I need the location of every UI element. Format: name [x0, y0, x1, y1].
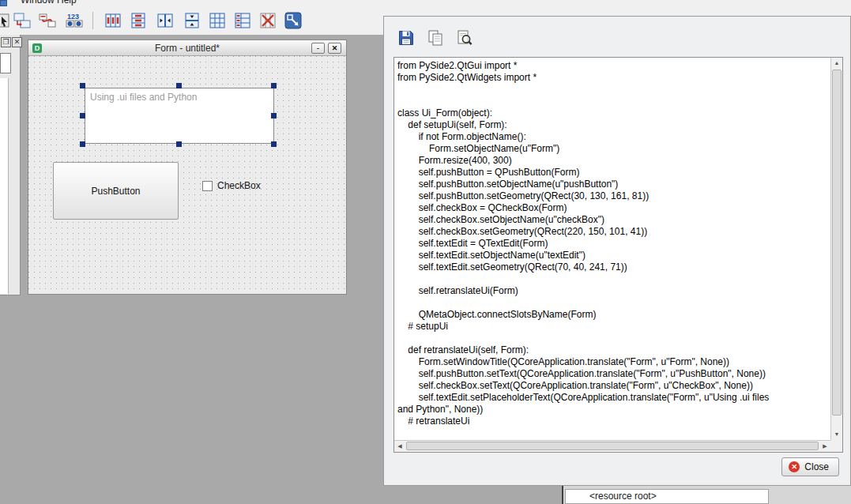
code-line: self.pushButton.setObjectName(u"pushButt…: [397, 179, 830, 190]
code-line: self.pushButton.setGeometry(QRect(30, 13…: [397, 190, 830, 202]
code-line: QMetaObject.connectSlotsByName(Form): [397, 309, 830, 321]
code-line: self.textEdit.setPlaceholderText(QCoreAp…: [397, 392, 830, 404]
code-line: self.checkBox.setText(QCoreApplication.t…: [397, 380, 830, 392]
code-line: class Ui_Form(object):: [397, 107, 830, 119]
scroll-right-arrow[interactable]: ▶: [819, 441, 830, 452]
dock-close-button[interactable]: ✕: [12, 37, 22, 47]
close-button-label: Close: [804, 461, 829, 472]
code-line: [397, 273, 830, 285]
layout-grid-icon[interactable]: [206, 9, 228, 31]
horizontal-scrollbar[interactable]: ◀ ▶: [394, 440, 830, 452]
code-line: [397, 297, 830, 309]
selection-handle[interactable]: [271, 83, 277, 88]
pushbutton-label: PushButton: [91, 186, 140, 197]
checkbox-widget[interactable]: CheckBox: [202, 180, 261, 191]
selection-handle[interactable]: [80, 141, 85, 147]
code-content: from PySide2.QtGui import *from PySide2.…: [394, 58, 830, 440]
edit-buddies-icon[interactable]: [36, 9, 58, 31]
code-line: [397, 333, 830, 344]
textedit-widget[interactable]: Using .ui files and Python: [85, 88, 274, 144]
toolbar-separator: [92, 12, 93, 29]
code-preview-dialog: from PySide2.QtGui import *from PySide2.…: [383, 16, 851, 486]
app-icon: [0, 0, 7, 6]
adjust-size-icon[interactable]: [282, 9, 303, 31]
layout-horizontal-icon[interactable]: [102, 9, 123, 31]
code-line: and Python", None)): [397, 404, 830, 416]
form-window-titlebar[interactable]: D Form - untitled* - ✕: [28, 40, 346, 56]
widget-box-dock-sliver: ❐ ✕: [0, 35, 21, 295]
checkbox-indicator[interactable]: [202, 181, 213, 191]
resource-root-item[interactable]: <resource root>: [565, 489, 769, 504]
edit-signals-slots-icon[interactable]: [11, 9, 32, 31]
code-line: def retranslateUi(self, Form):: [397, 344, 830, 356]
code-line: [397, 84, 830, 96]
minimize-button[interactable]: -: [311, 43, 325, 54]
code-line: self.textEdit.setObjectName(u"textEdit"): [397, 250, 830, 261]
code-line: def setupUi(self, Form):: [397, 119, 830, 131]
qt-designer-screen: Window Help 123: [0, 0, 851, 504]
horizontal-scroll-thumb[interactable]: [406, 442, 819, 450]
code-line: if not Form.objectName():: [397, 131, 830, 143]
code-line: # setupUi: [397, 321, 830, 333]
widget-box-list[interactable]: [0, 78, 9, 294]
scroll-down-arrow[interactable]: ▼: [831, 429, 842, 440]
selection-handle[interactable]: [271, 113, 277, 118]
close-icon: ✕: [789, 461, 800, 472]
find-icon[interactable]: [454, 27, 476, 49]
checkbox-label: CheckBox: [217, 180, 261, 191]
code-line: from PySide2.QtWidgets import *: [397, 72, 830, 84]
code-dialog-toolbar: [395, 27, 476, 51]
code-line: self.retranslateUi(Form): [397, 285, 830, 297]
menu-window[interactable]: Window: [21, 0, 55, 6]
selection-handle[interactable]: [176, 83, 182, 88]
widget-filter-input[interactable]: [0, 53, 11, 73]
code-line: self.pushButton = QPushButton(Form): [397, 167, 830, 179]
layout-vertical-icon[interactable]: [127, 9, 149, 31]
close-button[interactable]: ✕ Close: [781, 457, 839, 476]
code-line: from PySide2.QtGui import *: [397, 60, 830, 72]
code-line: self.textEdit.setGeometry(QRect(70, 40, …: [397, 261, 830, 273]
code-line: self.checkBox = QCheckBox(Form): [397, 202, 830, 214]
code-line: Form.setWindowTitle(QCoreApplication.tra…: [397, 356, 830, 368]
copy-icon[interactable]: [424, 27, 446, 49]
code-line: [397, 96, 830, 107]
close-window-button[interactable]: ✕: [328, 43, 341, 54]
textedit-placeholder: Using .ui files and Python: [90, 92, 197, 103]
code-line: Form.resize(400, 300): [397, 155, 830, 167]
code-line: self.pushButton.setText(QCoreApplication…: [397, 368, 830, 380]
edit-tab-order-icon[interactable]: 123: [63, 9, 85, 31]
selection-handle[interactable]: [271, 141, 277, 147]
code-text-area[interactable]: from PySide2.QtGui import *from PySide2.…: [393, 57, 843, 453]
code-line: self.textEdit = QTextEdit(Form): [397, 238, 830, 250]
code-line: self.checkBox.setGeometry(QRect(220, 150…: [397, 226, 830, 238]
layout-form-icon[interactable]: [232, 9, 253, 31]
selection-handle[interactable]: [80, 83, 85, 88]
vertical-scrollbar[interactable]: ▲ ▼: [830, 58, 842, 440]
break-layout-icon[interactable]: [257, 9, 278, 31]
layout-horizontal-splitter-icon[interactable]: [154, 9, 175, 31]
code-line: Form.setObjectName(u"Form"): [397, 143, 830, 155]
svg-text:123: 123: [67, 13, 79, 21]
selection-handle[interactable]: [176, 141, 182, 147]
scrollbar-corner: [830, 440, 842, 452]
pushbutton-widget[interactable]: PushButton: [53, 162, 179, 220]
form-canvas[interactable]: Using .ui files and Python PushButton Ch…: [28, 56, 346, 294]
code-line: # retranslateUi: [397, 416, 830, 427]
menu-help[interactable]: Help: [57, 0, 77, 6]
dock-float-button[interactable]: ❐: [1, 37, 11, 47]
selection-handle[interactable]: [80, 113, 85, 118]
menubar: Window Help: [0, 0, 851, 7]
layout-vertical-splitter-icon[interactable]: [181, 9, 202, 31]
edit-widgets-icon[interactable]: [0, 9, 11, 31]
form-window-title: Form - untitled*: [28, 43, 346, 54]
scroll-up-arrow[interactable]: ▲: [831, 58, 842, 69]
save-icon[interactable]: [395, 27, 417, 49]
code-line: self.checkBox.setObjectName(u"checkBox"): [397, 214, 830, 226]
vertical-scroll-thumb[interactable]: [832, 70, 842, 416]
form-editor-window: D Form - untitled* - ✕ Using .ui files a…: [28, 39, 347, 295]
scroll-left-arrow[interactable]: ◀: [394, 441, 405, 452]
resource-browser-dock: <resource root>: [562, 486, 851, 504]
